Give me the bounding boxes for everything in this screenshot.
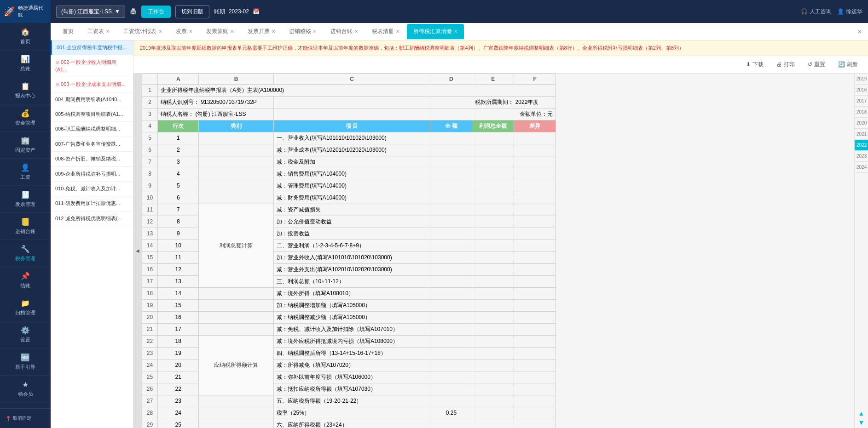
year-item-2021[interactable]: 2021	[855, 129, 868, 140]
col-header-D: D	[430, 74, 472, 84]
tab-close-invoice-calc[interactable]: ✕	[230, 29, 234, 34]
archive-icon: 📁	[21, 299, 30, 308]
col-header-C: C	[273, 74, 430, 84]
year-item-2019[interactable]: 2019	[855, 74, 868, 85]
year-item-2018[interactable]: 2018	[855, 107, 868, 118]
row-number: 4	[142, 120, 158, 132]
chevron-left-icon: ◀	[136, 248, 139, 253]
left-panel-item-010[interactable]: 010-免税、减计收入及加计...	[51, 182, 133, 196]
ai-service[interactable]: 🎧 人工咨询	[801, 8, 832, 16]
col-label-B: 类别	[199, 120, 273, 132]
tab-payroll[interactable]: 工资表 ✕	[81, 24, 116, 39]
print-button[interactable]: 🖨 打印	[773, 59, 799, 70]
year-item-2017[interactable]: 2017	[855, 96, 868, 107]
table-row: 22 18 应纳税所得额计算 减：境外应税所得抵减境内亏损（填写A108000）	[142, 335, 556, 347]
scroll-up-icon[interactable]: ▲	[858, 410, 865, 417]
tab-invoice-issue[interactable]: 发票开票 ✕	[241, 24, 282, 39]
window-close-icon[interactable]: ✕	[857, 28, 862, 35]
sidebar-label-settings: 设置	[20, 337, 30, 343]
company-selector[interactable]: (勾册) 江西服宝-LSS ▼	[56, 6, 125, 18]
unpin-button[interactable]: 📍 取消固定	[4, 412, 47, 424]
print-icon[interactable]: 🖨️	[130, 8, 137, 15]
left-panel-item-009[interactable]: 009-企业所得税弥补亏损明...	[51, 167, 133, 182]
tab-close-income-tax[interactable]: ✕	[454, 29, 457, 34]
top-header: (勾册) 江西服宝-LSS ▼ 🖨️ 工作台 切到旧版 账期 2023-02 📅…	[51, 0, 868, 23]
tab-home[interactable]: 首页	[56, 24, 80, 39]
tab-close-payroll-report[interactable]: ✕	[158, 29, 162, 34]
sidebar-item-ledger[interactable]: 📊 总账	[0, 50, 51, 77]
tab-invoice[interactable]: 发票 ✕	[169, 24, 199, 39]
user-info[interactable]: 👤 徐运华	[837, 8, 862, 16]
sheet-title: 企业所得税年度纳税申报表（A类）主表(A100000)	[158, 84, 556, 96]
switch-old-button[interactable]: 切到旧版	[175, 5, 209, 18]
sidebar-item-invoice[interactable]: 🧾 发票管理	[0, 186, 51, 213]
sidebar-item-archive[interactable]: 📁 归档管理	[0, 294, 51, 321]
left-panel-item-011[interactable]: 011-研发费用加计扣除优惠...	[51, 196, 133, 211]
tab-payroll-report[interactable]: 工资统计报表 ✕	[117, 24, 168, 39]
tab-close-invoice-issue[interactable]: ✕	[272, 29, 275, 34]
refresh-button[interactable]: 🔄 刷新	[834, 59, 862, 70]
collapse-button[interactable]: ◀	[133, 74, 142, 428]
year-item-2020[interactable]: 2020	[855, 118, 868, 129]
left-panel-item-005[interactable]: 005-纳税调整项目明细表(A1...	[51, 107, 133, 122]
reset-button[interactable]: ↺ 重置	[804, 59, 829, 70]
sidebar-item-guide[interactable]: 🆕 新手引导	[0, 348, 51, 376]
tab-close-sales-check[interactable]: ✕	[313, 29, 317, 34]
sidebar-item-finance[interactable]: 💰 资金管理	[0, 104, 51, 131]
workbench-button[interactable]: 工作台	[141, 6, 171, 18]
tab-tax-list[interactable]: 税表清册 ✕	[365, 24, 406, 39]
calendar-icon[interactable]: 📅	[253, 8, 260, 15]
assets-icon: 🏢	[21, 136, 30, 145]
report-icon: 📋	[21, 82, 30, 91]
row-number: 2	[142, 96, 158, 108]
download-button[interactable]: ⬇ 下载	[742, 59, 767, 70]
left-panel-item-002[interactable]: ⊙ 002-一般企业收入明细表(A1...	[51, 55, 133, 77]
ledger-icon: 📊	[21, 55, 30, 63]
scroll-down-icon[interactable]: ▼	[858, 419, 865, 426]
left-panel-item-004[interactable]: 004-期间费用明细表(A1040...	[51, 92, 133, 107]
column-header-row: 4 行次 类别 项 目 全 额 利润总全额 差异	[142, 120, 556, 132]
col-label-D: 全 额	[430, 120, 472, 132]
left-panel-item-008[interactable]: 008-资产折旧、摊销及纳税...	[51, 152, 133, 166]
sidebar-item-sales[interactable]: 📒 进销台账	[0, 213, 51, 240]
sidebar-item-payroll[interactable]: 👤 工资	[0, 159, 51, 186]
tax-icon: 🔧	[21, 245, 30, 253]
col-label-C: 项 目	[273, 120, 430, 132]
period-label: 账期 2023-02 📅	[214, 8, 260, 16]
year-item-2023[interactable]: 2023	[855, 151, 868, 162]
sidebar-label-finance: 资金管理	[15, 120, 35, 126]
tab-sales-ledger[interactable]: 进销台账 ✕	[324, 24, 365, 39]
reset-icon: ↺	[808, 61, 812, 68]
sidebar-nav: 🏠 首页 📊 总账 📋 报表中心 💰 资金管理 🏢 固定资产 👤 工资	[0, 23, 51, 408]
table-row: 7 3 减：税金及附加	[142, 156, 556, 168]
tab-close-payroll[interactable]: ✕	[106, 29, 110, 34]
sidebar-item-tax[interactable]: 🔧 税务管理	[0, 240, 51, 267]
spreadsheet-main[interactable]: A B C D E F	[142, 74, 854, 428]
left-panel-item-006[interactable]: 006-职工薪酬纳税调整明细...	[51, 122, 133, 137]
tab-income-tax[interactable]: 所得税汇算清缴 ✕	[407, 24, 464, 39]
year-item-2024[interactable]: 2024	[855, 162, 868, 173]
col-header-F: F	[514, 74, 556, 84]
tab-sales-check[interactable]: 进销稽核 ✕	[283, 24, 323, 39]
tab-invoice-calc[interactable]: 发票算账 ✕	[200, 24, 240, 39]
sidebar-item-vip[interactable]: ★ 畅会员	[0, 376, 51, 403]
year-item-2022[interactable]: 2022	[855, 140, 868, 151]
tab-close-tax-list[interactable]: ✕	[396, 29, 399, 34]
sidebar-item-settings[interactable]: ⚙️ 设置	[0, 321, 51, 348]
sidebar-item-close[interactable]: 📌 结账	[0, 267, 51, 294]
close-period-icon: 📌	[21, 272, 30, 280]
sidebar-item-home[interactable]: 🏠 首页	[0, 23, 51, 50]
left-panel-item-003[interactable]: ⊙ 003-一般企业成本支出明细...	[51, 77, 133, 92]
left-panel-item-007[interactable]: 007-广告费和业务宣传费跌...	[51, 137, 133, 152]
sidebar-item-report[interactable]: 📋 报表中心	[0, 77, 51, 104]
left-panel-item-012[interactable]: 012-减免所得税优惠明细表(...	[51, 211, 133, 226]
year-item-2016[interactable]: 2016	[855, 85, 868, 96]
tab-close-sales-ledger[interactable]: ✕	[354, 29, 358, 34]
pin-icon: 📍	[6, 416, 11, 421]
invoice-icon: 🧾	[21, 190, 30, 199]
year-sidebar: 2019 2016 2017 2018 2020 2021 2022 2023 …	[854, 74, 868, 428]
left-panel-item-001[interactable]: 001-企业所得税年度纳税申报...	[51, 40, 133, 55]
tab-close-invoice[interactable]: ✕	[189, 29, 192, 34]
table-row: 1 企业所得税年度纳税申报表（A类）主表(A100000)	[142, 84, 556, 96]
sidebar-item-assets[interactable]: 🏢 固定资产	[0, 131, 51, 159]
